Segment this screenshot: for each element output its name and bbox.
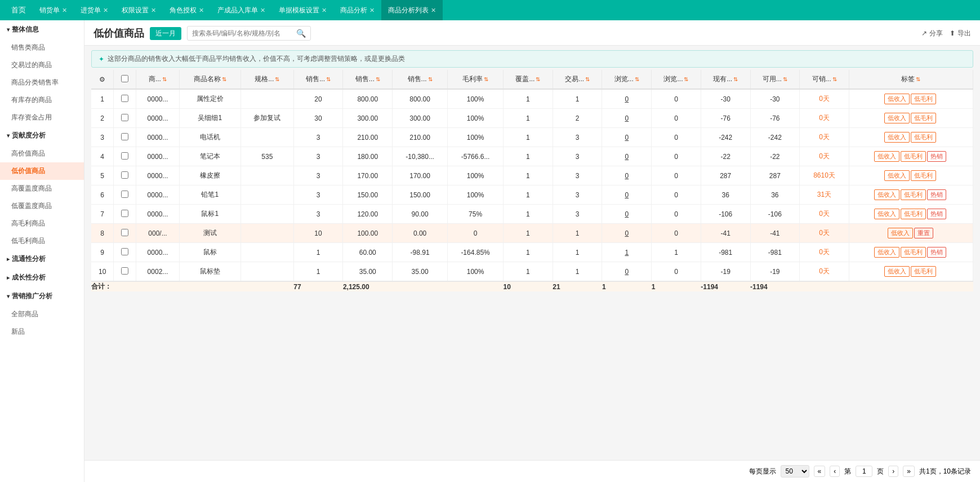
view1-link[interactable]: 0 bbox=[625, 95, 629, 103]
sidebar-item-sales-goods[interactable]: 销售类商品 bbox=[0, 39, 84, 56]
col-code[interactable]: 商...⇅ bbox=[136, 70, 179, 89]
nav-close-template[interactable]: ✕ bbox=[322, 7, 327, 14]
per-page-select[interactable]: 50 100 200 bbox=[781, 465, 809, 477]
row-checkbox[interactable] bbox=[121, 248, 128, 255]
sidebar-item-stock-goods[interactable]: 有库存的商品 bbox=[0, 91, 84, 109]
view1-link[interactable]: 1 bbox=[625, 249, 629, 257]
col-checkbox[interactable] bbox=[114, 70, 136, 89]
last-page-button[interactable]: » bbox=[903, 466, 915, 477]
sidebar-group-overall[interactable]: ▾整体信息 bbox=[0, 20, 84, 39]
col-stock3[interactable]: 可销...⇅ bbox=[800, 70, 849, 89]
sidebar-group-growth[interactable]: ▸成长性分析 bbox=[0, 268, 84, 287]
nav-close-product-in[interactable]: ✕ bbox=[260, 7, 265, 14]
nav-product-analysis-list[interactable]: 商品分析列表 ✕ bbox=[381, 0, 443, 20]
row-checkbox[interactable] bbox=[121, 95, 128, 102]
cell-checkbox[interactable] bbox=[114, 89, 136, 109]
nav-role[interactable]: 角色授权 ✕ bbox=[163, 0, 211, 20]
export-button[interactable]: ⬆ 导出 bbox=[950, 29, 971, 38]
col-view2[interactable]: 浏览...⇅ bbox=[652, 70, 701, 89]
cell-checkbox[interactable] bbox=[114, 243, 136, 262]
nav-purchase[interactable]: 进货单 ✕ bbox=[74, 0, 115, 20]
row-checkbox[interactable] bbox=[121, 114, 128, 121]
row-checkbox[interactable] bbox=[121, 191, 128, 198]
row-checkbox[interactable] bbox=[121, 133, 128, 140]
sidebar-item-traded-goods[interactable]: 交易过的商品 bbox=[0, 56, 84, 74]
sidebar-item-high-coverage[interactable]: 高覆盖度商品 bbox=[0, 180, 84, 197]
nav-close-permission[interactable]: ✕ bbox=[151, 7, 156, 14]
cell-spec bbox=[240, 166, 293, 185]
sidebar-group-marketing[interactable]: ▾营销推广分析 bbox=[0, 287, 84, 306]
view1-link[interactable]: 0 bbox=[625, 191, 629, 199]
cell-checkbox[interactable] bbox=[114, 128, 136, 147]
cell-checkbox[interactable] bbox=[114, 224, 136, 243]
col-cover[interactable]: 覆盖...⇅ bbox=[504, 70, 553, 89]
view1-link[interactable]: 0 bbox=[625, 172, 629, 180]
cell-checkbox[interactable] bbox=[114, 109, 136, 128]
col-tags[interactable]: 标签⇅ bbox=[849, 70, 973, 89]
nav-permission[interactable]: 权限设置 ✕ bbox=[115, 0, 163, 20]
sidebar-item-high-value[interactable]: 高价值商品 bbox=[0, 145, 84, 162]
search-input[interactable] bbox=[192, 29, 293, 37]
cell-checkbox[interactable] bbox=[114, 147, 136, 166]
first-page-button[interactable]: « bbox=[814, 466, 826, 477]
nav-close-product-analysis-list[interactable]: ✕ bbox=[431, 7, 436, 14]
col-margin[interactable]: 毛利率⇅ bbox=[448, 70, 504, 89]
col-stock1[interactable]: 现有...⇅ bbox=[701, 70, 750, 89]
sidebar-item-low-margin[interactable]: 低毛利商品 bbox=[0, 232, 84, 250]
sidebar-item-all-goods[interactable]: 全部商品 bbox=[0, 306, 84, 323]
nav-home[interactable]: 首页 bbox=[5, 0, 33, 20]
share-button[interactable]: ↗ 分享 bbox=[921, 29, 943, 38]
cell-days: 0天 bbox=[800, 224, 849, 243]
nav-close-purchase[interactable]: ✕ bbox=[103, 7, 108, 14]
nav-product-in[interactable]: 产成品入库单 ✕ bbox=[211, 0, 272, 20]
horizontal-scrollbar[interactable] bbox=[91, 456, 973, 460]
nav-close-product-analysis[interactable]: ✕ bbox=[369, 7, 375, 14]
view1-link[interactable]: 0 bbox=[625, 114, 629, 122]
col-trade[interactable]: 交易...⇅ bbox=[553, 70, 602, 89]
cell-spec: 参加复试 bbox=[240, 109, 293, 128]
cell-checkbox[interactable] bbox=[114, 205, 136, 224]
view1-link[interactable]: 0 bbox=[625, 229, 629, 237]
nav-template[interactable]: 单据模板设置 ✕ bbox=[272, 0, 333, 20]
view1-link[interactable]: 0 bbox=[625, 153, 629, 161]
col-view1[interactable]: 浏览...⇅ bbox=[602, 70, 652, 89]
prev-page-button[interactable]: ‹ bbox=[830, 466, 840, 477]
sidebar-item-stock-fund[interactable]: 库存资金占用 bbox=[0, 109, 84, 126]
sidebar-item-low-coverage[interactable]: 低覆盖度商品 bbox=[0, 197, 84, 215]
cell-checkbox[interactable] bbox=[114, 262, 136, 282]
view1-link[interactable]: 0 bbox=[625, 268, 629, 276]
view1-link[interactable]: 0 bbox=[625, 210, 629, 218]
row-checkbox[interactable] bbox=[121, 152, 128, 160]
sidebar-item-low-value[interactable]: 低价值商品 bbox=[0, 162, 84, 180]
search-icon[interactable]: 🔍 bbox=[296, 29, 306, 38]
page-number-input[interactable] bbox=[856, 466, 872, 477]
row-checkbox[interactable] bbox=[121, 171, 128, 179]
sidebar-group-flow[interactable]: ▸流通性分析 bbox=[0, 250, 84, 268]
filter-recent-month-button[interactable]: 近一月 bbox=[150, 27, 181, 40]
cell-checkbox[interactable] bbox=[114, 166, 136, 185]
cell-checkbox[interactable] bbox=[114, 185, 136, 205]
next-page-button[interactable]: › bbox=[888, 466, 898, 477]
table-row: 2 0000... 吴细细1 参加复试 30 300.00 300.00 100… bbox=[91, 109, 973, 128]
nav-product-analysis[interactable]: 商品分析 ✕ bbox=[333, 0, 381, 20]
view1-link[interactable]: 0 bbox=[625, 134, 629, 141]
page-label: 第 bbox=[844, 467, 851, 476]
sidebar-group-contribution[interactable]: ▾贡献度分析 bbox=[0, 126, 84, 145]
row-checkbox[interactable] bbox=[121, 229, 128, 236]
sidebar-item-new-goods[interactable]: 新品 bbox=[0, 323, 84, 341]
col-settings[interactable]: ⚙ bbox=[91, 70, 114, 89]
nav-close-role[interactable]: ✕ bbox=[199, 7, 204, 14]
col-sale3[interactable]: 销售...⇅ bbox=[393, 70, 448, 89]
nav-sales[interactable]: 销货单 ✕ bbox=[33, 0, 74, 20]
col-spec[interactable]: 规格...⇅ bbox=[240, 70, 293, 89]
sidebar-item-category-rate[interactable]: 商品分类销售率 bbox=[0, 74, 84, 91]
sidebar-item-high-margin[interactable]: 高毛利商品 bbox=[0, 215, 84, 232]
nav-close-sales[interactable]: ✕ bbox=[62, 7, 67, 14]
row-checkbox[interactable] bbox=[121, 210, 128, 217]
select-all-checkbox[interactable] bbox=[121, 75, 128, 82]
col-stock2[interactable]: 可用...⇅ bbox=[750, 70, 800, 89]
row-checkbox[interactable] bbox=[121, 267, 128, 275]
col-name[interactable]: 商品名称⇅ bbox=[179, 70, 240, 89]
col-sale1[interactable]: 销售...⇅ bbox=[293, 70, 343, 89]
col-sale2[interactable]: 销售...⇅ bbox=[343, 70, 393, 89]
